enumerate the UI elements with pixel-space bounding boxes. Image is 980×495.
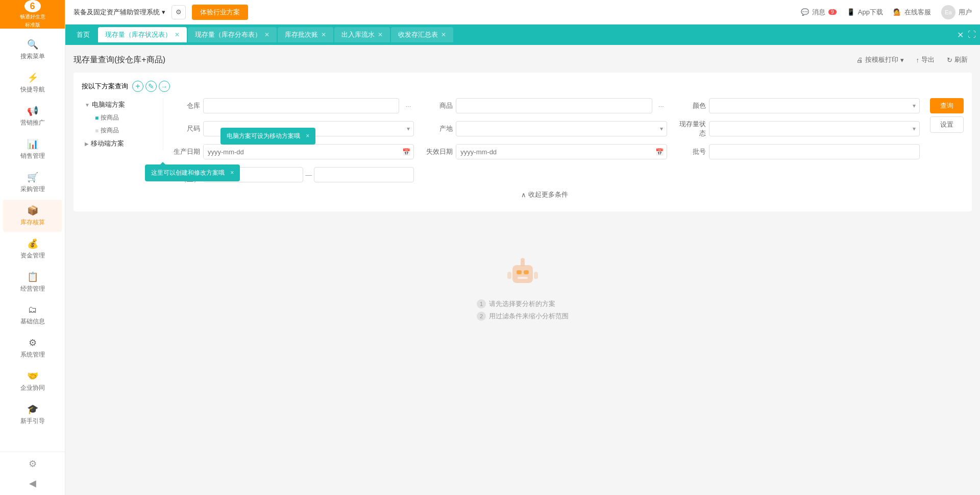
sidebar-item-operation[interactable]: 📋 经营管理	[3, 266, 62, 298]
search-nav-icon: 🔍	[27, 39, 38, 50]
tab-inventory-status-close[interactable]: ✕	[175, 31, 180, 38]
sidebar-item-baseinfo[interactable]: 🗂 基础信息	[3, 299, 62, 331]
size-label: 尺码	[169, 124, 200, 133]
message-action[interactable]: 💬 消息 9	[801, 8, 837, 17]
tip-text-1: 请先选择要分析的方案	[489, 299, 555, 309]
tab-summary[interactable]: 收发存汇总表 ✕	[391, 27, 453, 42]
tab-inout-flow-close[interactable]: ✕	[378, 31, 383, 38]
add-scheme-btn[interactable]: +	[132, 81, 143, 92]
sidebar-item-finance[interactable]: 💰 资金管理	[3, 233, 62, 265]
collapse-conditions-btn[interactable]: ∧ 收起更多条件	[169, 186, 920, 203]
app-download-action[interactable]: 📱 App下载	[847, 8, 883, 17]
warehouse-input[interactable]	[203, 98, 399, 113]
scheme-sub-1[interactable]: ■ 按商品	[92, 111, 157, 124]
prod-date-input[interactable]	[204, 145, 399, 159]
tab-inventory-status[interactable]: 现存量（库存状况表） ✕	[98, 27, 187, 42]
back-btn[interactable]: ←	[159, 81, 170, 92]
prod-date-input-wrapper: 📅	[203, 144, 414, 159]
tab-inout-flow[interactable]: 出入库流水 ✕	[334, 27, 390, 42]
trial-button[interactable]: 体验行业方案	[192, 5, 248, 20]
edit-scheme-btn[interactable]: ✎	[145, 81, 157, 92]
scheme-arrow-mobile: ▶	[85, 141, 89, 147]
prod-date-calendar-icon[interactable]: 📅	[399, 148, 413, 156]
print-label: 按模板打印	[865, 55, 898, 64]
batch-label: 批号	[675, 147, 706, 156]
tab-summary-label: 收发存汇总表	[398, 30, 438, 39]
tab-summary-close[interactable]: ✕	[441, 31, 446, 38]
tab-inventory-dist-close[interactable]: ✕	[264, 31, 270, 38]
purchase-icon: 🛒	[27, 172, 38, 183]
system-selector[interactable]: 装备及固定资产辅助管理系统 ▾	[74, 8, 165, 17]
operation-icon: 📋	[27, 271, 38, 282]
refresh-label: 刷新	[954, 55, 968, 64]
sidebar-menu: 🔍 搜索菜单 ⚡ 快捷导航 📢 营销推广 📊 销售管理 🛒 采购管理 📦 库存核…	[0, 29, 65, 452]
tab-batch-ledger-close[interactable]: ✕	[321, 31, 326, 38]
stock-status-select[interactable]	[709, 121, 920, 136]
scheme-node-mobile-label: 移动端方案	[91, 139, 124, 148]
sidebar-item-enterprise[interactable]: 🤝 企业协同	[3, 365, 62, 397]
tab-home[interactable]: 首页	[69, 27, 97, 42]
export-btn[interactable]: ↑ 导出	[912, 53, 939, 66]
reset-button[interactable]: 设置	[930, 116, 964, 133]
scheme-node-pc[interactable]: ▼ 电脑端方案	[82, 98, 157, 111]
scheme-sub-1-label: 按商品	[101, 113, 119, 122]
header-left: 装备及固定资产辅助管理系统 ▾ ⚙ 体验行业方案	[74, 5, 248, 20]
sidebar-item-inventory[interactable]: 📦 库存核算	[3, 200, 62, 232]
refresh-icon: ↻	[947, 56, 952, 64]
scheme-node-pc-label: 电脑端方案	[92, 100, 125, 109]
filter-label: 按以下方案查询	[82, 82, 128, 91]
logo-icon: 6	[24, 0, 41, 12]
scheme-arrow-pc: ▼	[85, 102, 90, 108]
quicknav-icon: ⚡	[27, 72, 38, 83]
filter-row: ▼ 电脑端方案 ■ 按商品 ■ 按商品 ▶	[82, 98, 964, 203]
tooltip-scheme-close[interactable]: ×	[306, 132, 309, 139]
scheme-sub-2[interactable]: ■ 按商品	[92, 124, 157, 137]
content-area: 现存量查询(按仓库+商品) 🖨 按模板打印 ▾ ↑ 导出 ↻ 刷新	[65, 45, 980, 495]
expire-date-input[interactable]	[456, 145, 652, 159]
export-label: 导出	[921, 55, 935, 64]
tip-text-2: 用过滤条件来缩小分析范围	[489, 312, 569, 321]
tooltip-create-close[interactable]: ×	[230, 169, 234, 176]
origin-select[interactable]	[456, 121, 667, 136]
refresh-btn[interactable]: ↻ 刷新	[943, 53, 972, 66]
goods-ellipsis[interactable]: ···	[655, 102, 667, 110]
warehouse-ellipsis[interactable]: ···	[402, 102, 414, 110]
online-service-action[interactable]: 💁 在线客服	[893, 8, 931, 17]
user-action[interactable]: Ea 用户	[941, 5, 972, 19]
gear-button[interactable]: ⚙	[172, 5, 186, 19]
sidebar-footer: ⚙ ◀	[0, 452, 65, 495]
tooltip-scheme-text: 电脑方案可设为移动方案哦	[227, 132, 300, 139]
message-badge: 9	[828, 9, 837, 15]
collapse-sidebar-btn[interactable]: ◀	[29, 478, 36, 489]
svg-rect-2	[524, 270, 529, 274]
tip-num-2: 2	[477, 312, 486, 321]
scheme-sub-2-label: 按商品	[101, 126, 119, 135]
print-template-btn[interactable]: 🖨 按模板打印 ▾	[852, 53, 908, 66]
sidebar-item-search[interactable]: 🔍 搜索菜单	[3, 34, 62, 66]
sidebar-item-quicknav[interactable]: ⚡ 快捷导航	[3, 67, 62, 99]
goods-input[interactable]	[456, 98, 652, 113]
scheme-sub-items: ■ 按商品 ■ 按商品	[82, 111, 157, 137]
sidebar-item-sales[interactable]: 📊 销售管理	[3, 133, 62, 166]
color-label: 颜色	[675, 101, 706, 110]
batch-input[interactable]	[709, 144, 920, 159]
tab-inventory-dist[interactable]: 现存量（库存分布表） ✕	[188, 27, 277, 42]
field-prod-date: 生产日期 📅	[169, 144, 414, 159]
expire-date-calendar-icon[interactable]: 📅	[652, 148, 667, 156]
sidebar-item-quicknav-label: 快捷导航	[20, 85, 45, 94]
sidebar-item-system[interactable]: ⚙ 系统管理	[3, 332, 62, 364]
tab-inventory-dist-label: 现存量（库存分布表）	[195, 30, 261, 39]
settings-footer-btn[interactable]: ⚙	[29, 458, 37, 469]
tab-close-all-icon[interactable]: ✕	[957, 30, 964, 40]
sidebar-item-purchase[interactable]: 🛒 采购管理	[3, 167, 62, 199]
scheme-tree: ▼ 电脑端方案 ■ 按商品 ■ 按商品 ▶	[82, 98, 163, 150]
scheme-node-mobile[interactable]: ▶ 移动端方案	[82, 137, 157, 150]
sidebar-item-guide[interactable]: 🎓 新手引导	[3, 398, 62, 431]
filter-fields: 仓库 ··· 商品 ··· 颜色	[169, 98, 920, 203]
tab-fullscreen-icon[interactable]: ⛶	[968, 30, 976, 39]
color-select[interactable]	[709, 98, 920, 113]
sidebar-item-marketing[interactable]: 📢 营销推广	[3, 100, 62, 132]
stock-main-to[interactable]	[314, 167, 414, 182]
query-button[interactable]: 查询	[930, 98, 964, 113]
tab-batch-ledger[interactable]: 库存批次账 ✕	[278, 27, 333, 42]
